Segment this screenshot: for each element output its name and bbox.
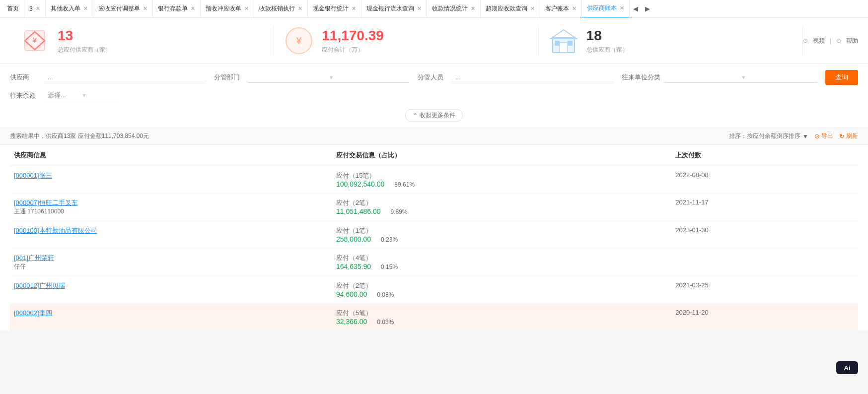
nav-tab-3-label: 3 [29,5,33,12]
nav-tab-3[interactable]: 3 ✕ [24,0,46,18]
dept-label: 分管部门 [214,73,244,82]
nav-tab-other-income[interactable]: 其他收入单 ✕ [46,0,93,18]
close-icon[interactable]: ✕ [530,5,535,12]
nav-tab-ap-adjust[interactable]: 应收应付调整单 ✕ [93,0,153,18]
nav-tab-home-label: 首页 [7,4,19,13]
ap-info-cell: 应付（1笔）258,000.000.23% [332,221,671,249]
total-suppliers-label: 总供应商（家） [586,46,628,54]
supplier-note: 仔仔 [14,263,26,270]
close-icon[interactable]: ✕ [191,5,195,12]
dept-select[interactable]: ▼ [248,72,410,83]
ap-amount: 11,051,486.00 [336,207,381,215]
nav-tab-supplier-acct[interactable]: 供应商账本 ✕ [582,0,630,18]
supplier-input[interactable] [44,71,206,83]
close-icon[interactable]: ✕ [417,5,422,12]
result-summary-text: 搜索结果中，供应商13家 应付金额111,703,854.00元 [10,132,149,140]
nav-tab-advance-label: 预收冲应收单 [206,4,241,13]
nav-tab-collection-exec[interactable]: 收款核销执行 ✕ [254,0,308,18]
nav-tab-cash-bank-flow[interactable]: 现金银行流水查询 ✕ [362,0,427,18]
close-icon[interactable]: ✕ [620,5,624,11]
sort-button[interactable]: 排序：按应付余额倒序排序 ▼ [729,132,808,140]
ap-amount: 164,635.90 [336,263,371,270]
export-icon: ⊙ [814,132,820,140]
nav-tab-bank-deposit-label: 银行存款单 [158,4,188,13]
collapse-label: 收起更多条件 [420,111,455,120]
close-icon[interactable]: ✕ [471,5,475,12]
supplier-link[interactable]: [000007]恒旺二手叉车 [14,199,78,206]
nav-tab-customer-acct[interactable]: 客户账本 ✕ [540,0,582,18]
supplier-info-cell: [000001]张三 [10,166,332,194]
supplier-info-cell: [000007]恒旺二手叉车王通 17106110000 [10,194,332,221]
supplier-link[interactable]: [000002]李四 [14,309,52,317]
col-supplier-info: 供应商信息 [10,145,332,166]
supplier-link[interactable]: [000012]广州贝瑞 [14,282,65,289]
ap-amount: 100,092,540.00 [336,180,384,188]
nav-tab-bank-deposit[interactable]: 银行存款单 ✕ [153,0,201,18]
last-pay-date: 2020-11-20 [675,309,709,316]
refresh-icon: ↻ [839,132,845,140]
chevron-down-icon: ▼ [329,74,406,80]
nav-arrow-right[interactable]: ▶ [642,0,653,18]
chevron-up-icon: ⌃ [413,112,418,119]
close-icon[interactable]: ✕ [143,5,147,12]
filter-balance: 往来余额 选择... ▼ [10,89,119,102]
nav-tab-cash-bank-stat[interactable]: 现金银行统计 ✕ [308,0,362,18]
close-icon[interactable]: ✕ [83,5,88,12]
refresh-button[interactable]: ↻ 刷新 [839,132,858,140]
summary-info-payable-suppliers: 13 总应付供应商（家） [58,27,111,55]
ap-count-label: 应付（1笔） [336,227,372,234]
summary-card-payable-suppliers: ¥ 13 总应付供应商（家） [10,26,274,56]
balance-select[interactable]: 选择... ▼ [44,89,119,102]
total-suppliers-count: 18 [586,27,628,44]
nav-tab-home[interactable]: 首页 [2,0,24,18]
help-link[interactable]: 帮助 [846,37,858,45]
supplier-label: 供应商 [10,73,40,82]
supplier-link[interactable]: [000100]本特勤油品有限公司 [14,227,97,234]
supplier-link[interactable]: [001]广州荣轩 [14,254,54,262]
category-select[interactable]: ▼ [664,72,818,83]
export-button[interactable]: ⊙ 导出 [814,132,833,140]
data-table-wrapper: 供应商信息 应付交易信息（占比） 上次付数 [000001]张三应付（15笔）1… [0,145,868,331]
close-icon[interactable]: ✕ [352,5,356,12]
nav-tab-collection-stat[interactable]: 收款情况统计 ✕ [427,0,481,18]
filter-area: 供应商 分管部门 ▼ 分管人员 往来单位分类 ▼ 查询 往来余额 选择 [0,64,868,128]
ap-count-label: 应付（15笔） [336,172,375,179]
chevron-down-icon: ▼ [741,74,813,80]
video-link[interactable]: 视频 [813,37,825,45]
total-payable-amount: 11,170.39 [322,27,384,44]
ap-info-cell: 应付（2笔）11,051,486.009.89% [332,194,671,221]
summary-card-total-suppliers: 18 总供应商（家） [539,26,803,56]
col-ap-info: 应付交易信息（占比） [332,145,671,166]
table-row: [000012]广州贝瑞应付（2笔）94,600.000.08%2021-03-… [10,276,858,304]
ap-percent: 0.03% [377,319,394,326]
top-right-links: ⊙ 视频 | ⊙ 帮助 [803,37,858,45]
filter-row-1: 供应商 分管部门 ▼ 分管人员 往来单位分类 ▼ 查询 [10,70,858,85]
table-header: 供应商信息 应付交易信息（占比） 上次付数 [10,145,858,166]
chevron-down-icon: ▼ [81,92,115,98]
nav-tab-overdue[interactable]: 超期应收款查询 ✕ [481,0,540,18]
nav-arrow-left[interactable]: ◀ [630,0,642,18]
query-button[interactable]: 查询 [825,70,858,85]
person-input[interactable] [451,71,614,83]
ap-count-label: 应付（5笔） [336,309,372,317]
last-pay-cell: 2023-01-30 [671,221,858,249]
nav-tab-collection-stat-label: 收款情况统计 [432,4,468,13]
supplier-info-cell: [000002]李四 [10,304,332,331]
supplier-link[interactable]: [000001]张三 [14,172,52,179]
col-last-pay: 上次付数 [671,145,858,166]
svg-rect-7 [560,43,568,53]
close-icon[interactable]: ✕ [244,5,249,12]
close-icon[interactable]: ✕ [572,5,577,12]
ap-info-cell: 应付（4笔）164,635.900.15% [332,249,671,276]
summary-info-total-payable: 11,170.39 应付合计（万） [322,27,384,55]
ap-amount: 32,366.00 [336,318,367,326]
supplier-info-cell: [001]广州荣轩仔仔 [10,249,332,276]
last-pay-cell: 2020-11-20 [671,304,858,331]
collapse-button[interactable]: ⌃ 收起更多条件 [405,109,463,122]
nav-tab-advance[interactable]: 预收冲应收单 ✕ [201,0,254,18]
last-pay-cell [671,249,858,276]
close-icon[interactable]: ✕ [36,5,40,12]
close-icon[interactable]: ✕ [298,5,302,12]
ap-percent: 89.61% [394,181,415,188]
filter-dept: 分管部门 ▼ [214,72,410,83]
